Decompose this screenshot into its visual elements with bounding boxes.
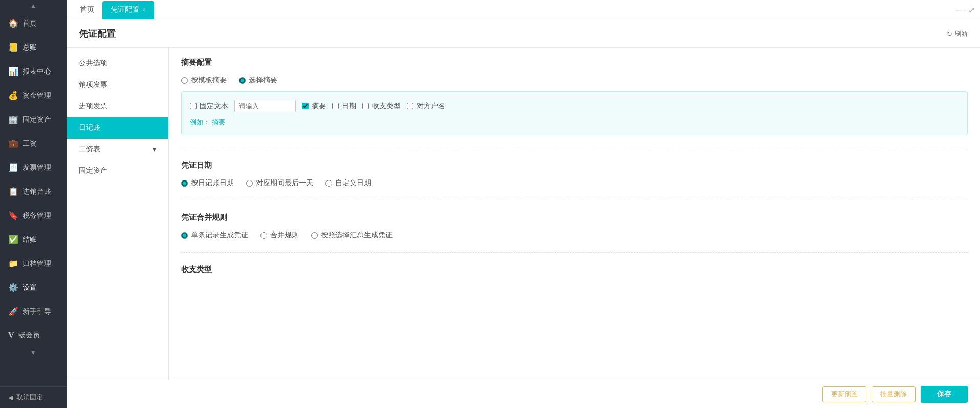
checkbox-date-input[interactable] [332,103,339,109]
sidebar-scroll-up[interactable]: ▲ [0,0,67,11]
left-nav-public[interactable]: 公共选项 [67,53,168,74]
refresh-button[interactable]: ↻ 刷新 [947,29,968,38]
archive-icon: 📁 [8,259,18,268]
left-nav-sales-invoice[interactable]: 销项发票 [67,74,168,96]
sidebar-item-report[interactable]: 📊 报表中心 [0,59,67,83]
right-content: 摘要配置 按模板摘要 选择摘要 [169,48,980,380]
radio-single-record[interactable]: 单条记录生成凭证 [181,231,248,240]
checkbox-summary-input[interactable] [302,103,309,109]
update-preview-button[interactable]: 更新预置 [822,386,866,402]
sidebar-scroll-down[interactable]: ▼ [0,347,67,358]
checkbox-counter-name[interactable]: 对方户名 [407,102,445,111]
checkbox-income-expense[interactable]: 收支类型 [362,102,401,111]
voucher-date-section: 凭证日期 按日记账日期 对应期间最后一天 自定义日期 [181,161,968,200]
summary-radio-group: 按模板摘要 选择摘要 [181,76,968,85]
sidebar-item-archive[interactable]: 📁 归档管理 [0,252,67,276]
sidebar-item-salary[interactable]: 💼 工资 [0,131,67,155]
checkbox-fixed-text-input[interactable] [190,103,197,109]
radio-custom-date[interactable]: 自定义日期 [325,178,371,188]
left-nav-journal[interactable]: 日记账 [67,117,168,139]
left-nav-payroll[interactable]: 工资表 ▾ [67,139,168,160]
checkbox-fixed-text[interactable]: 固定文本 [190,102,228,111]
radio-merge-rule[interactable]: 合并规则 [260,231,299,240]
radio-by-select-input[interactable] [311,232,318,239]
left-nav-purchase-invoice[interactable]: 进项发票 [67,96,168,117]
home-icon: 🏠 [8,18,18,28]
page-title: 凭证配置 [79,28,116,40]
sidebar: ▲ 🏠 首页 📒 总账 📊 报表中心 💰 资金管理 🏢 固定资产 💼 工资 🧾 … [0,0,67,408]
radio-journal-date-input[interactable] [181,180,188,187]
sidebar-item-fund[interactable]: 💰 资金管理 [0,83,67,107]
page-header: 凭证配置 ↻ 刷新 [67,20,980,48]
tax-icon: 🔖 [8,211,18,220]
sidebar-item-settings[interactable]: ⚙️ 设置 [0,276,67,300]
sidebar-item-invoice[interactable]: 🧾 发票管理 [0,155,67,179]
merge-rule-radio-group: 单条记录生成凭证 合并规则 按照选择汇总生成凭证 [181,231,968,240]
radio-journal-date[interactable]: 按日记账日期 [181,178,234,188]
tab-bar: 首页 凭证配置 × — ⤢ [67,0,980,20]
tab-home[interactable]: 首页 [72,1,102,19]
radio-single-record-input[interactable] [181,232,188,239]
collection-type-section: 收支类型 [181,265,968,295]
fund-icon: 💰 [8,90,18,100]
vip-icon: V [8,331,14,340]
radio-merge-rule-input[interactable] [260,232,267,239]
tab-close-icon[interactable]: × [142,6,146,13]
radio-select-summary-input[interactable] [239,77,246,84]
left-nav-fixed-assets[interactable]: 固定资产 [67,160,168,182]
minimize-icon[interactable]: — [955,5,963,15]
merge-rule-section: 凭证合并规则 单条记录生成凭证 合并规则 按照选择汇总生成凭证 [181,213,968,253]
salary-icon: 💼 [8,139,18,148]
assets-icon: 🏢 [8,115,18,124]
ledger-icon: 📒 [8,42,18,52]
sidebar-item-assets[interactable]: 🏢 固定资产 [0,107,67,131]
summary-config-box: 固定文本 摘要 日期 [181,91,968,135]
refresh-icon: ↻ [947,30,952,38]
sidebar-item-purchase-sale[interactable]: 📋 进销台账 [0,179,67,203]
sidebar-item-ledger[interactable]: 📒 总账 [0,35,67,59]
radio-by-select[interactable]: 按照选择汇总生成凭证 [311,231,393,240]
pin-icon: ◀ [8,394,13,401]
guide-icon: 🚀 [8,307,18,316]
report-icon: 📊 [8,66,18,76]
maximize-icon[interactable]: ⤢ [968,5,975,15]
sidebar-item-home[interactable]: 🏠 首页 [0,11,67,35]
summary-fields: 固定文本 摘要 日期 [190,100,959,112]
bottom-bar: 更新预置 批量删除 保存 [67,380,980,408]
radio-template-summary[interactable]: 按模板摘要 [181,76,227,85]
content-area: 凭证配置 ↻ 刷新 公共选项 销项发票 进项发票 日记账 [67,20,980,408]
checkbox-date[interactable]: 日期 [332,102,356,111]
main-area: 首页 凭证配置 × — ⤢ 凭证配置 ↻ 刷新 公共选项 [67,0,980,408]
fixed-text-input[interactable] [234,100,296,112]
merge-rule-title: 凭证合并规则 [181,213,968,222]
checkbox-summary[interactable]: 摘要 [302,102,326,111]
radio-template-summary-input[interactable] [181,77,188,84]
sidebar-item-vip[interactable]: V 畅会员 [0,324,67,347]
summary-config-title: 摘要配置 [181,58,968,67]
sidebar-item-guide[interactable]: 🚀 新手引导 [0,300,67,324]
radio-period-last[interactable]: 对应期间最后一天 [246,178,313,188]
example-text: 例如： 摘要 [190,118,959,127]
window-controls: — ⤢ [955,5,975,15]
sidebar-item-tax[interactable]: 🔖 税务管理 [0,203,67,228]
body-layout: 公共选项 销项发票 进项发票 日记账 工资表 ▾ 固定资产 [67,48,980,380]
voucher-date-title: 凭证日期 [181,161,968,170]
cancel-pin-button[interactable]: ◀ 取消固定 [0,386,67,408]
settings-icon: ⚙️ [8,283,18,292]
radio-select-summary[interactable]: 选择摘要 [239,76,277,85]
save-button[interactable]: 保存 [921,386,968,403]
radio-custom-date-input[interactable] [325,180,332,187]
batch-delete-button[interactable]: 批量删除 [872,386,916,402]
voucher-date-radio-group: 按日记账日期 对应期间最后一天 自定义日期 [181,178,968,188]
invoice-icon: 🧾 [8,163,18,172]
sidebar-item-settlement[interactable]: ✅ 结账 [0,228,67,252]
collection-type-title: 收支类型 [181,265,968,275]
checkbox-counter-name-input[interactable] [407,103,413,109]
summary-config-section: 摘要配置 按模板摘要 选择摘要 [181,58,968,148]
left-nav: 公共选项 销项发票 进项发票 日记账 工资表 ▾ 固定资产 [67,48,169,380]
radio-period-last-input[interactable] [246,180,253,187]
payroll-expand-icon: ▾ [153,145,156,153]
settlement-icon: ✅ [8,235,18,244]
checkbox-income-expense-input[interactable] [362,103,369,109]
tab-voucher-config[interactable]: 凭证配置 × [102,1,154,19]
